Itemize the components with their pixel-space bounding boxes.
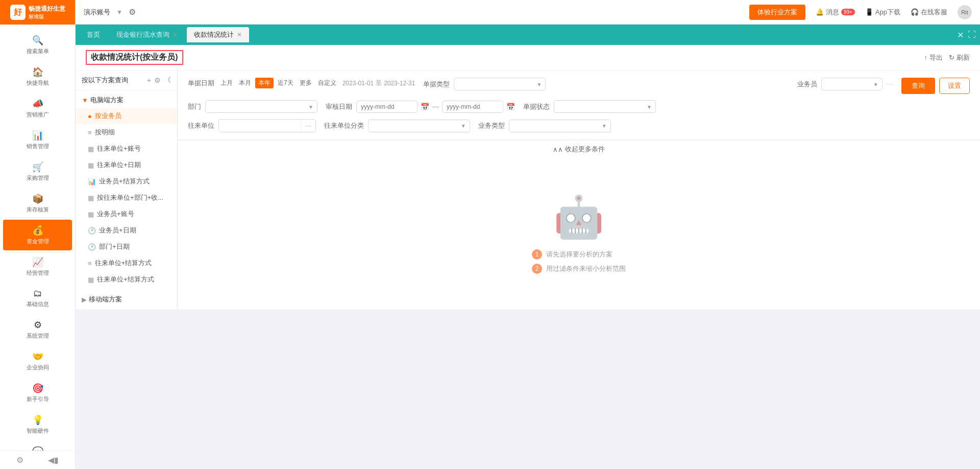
pc-scheme-group-title[interactable]: ▼ 电脑端方案	[76, 92, 177, 108]
scheme-item-staff-acct[interactable]: ▦ 业务员+账号	[76, 206, 177, 222]
refresh-btn[interactable]: ↻ 刷新	[949, 53, 970, 62]
tab-bank-statement-label: 现金银行流水查询	[116, 30, 169, 39]
page-content: 收款情况统计(按业务员) ↑ 导出 ↻ 刷新 按以下方	[76, 45, 980, 469]
this-month-btn[interactable]: 本月	[237, 78, 253, 88]
partner-cat-select-wrapper	[368, 120, 470, 132]
export-icon: ↑	[924, 54, 928, 61]
mobile-scheme-group-title[interactable]: ▶ 移动端方案	[76, 292, 177, 307]
sidebar-item-weixin[interactable]: 💬 企业微信	[3, 441, 72, 451]
collapse-panel-btn[interactable]: 《	[164, 76, 171, 85]
audit-date-separator: —	[432, 103, 439, 110]
sidebar-item-marketing[interactable]: 📣 营销推广	[3, 93, 72, 124]
add-scheme-btn[interactable]: +	[147, 76, 151, 84]
scheme-item-detail[interactable]: ≡ 按明细	[76, 124, 177, 140]
tab-bank-statement[interactable]: 现金银行流水查询 ✕	[109, 27, 185, 42]
query-button[interactable]: 查询	[901, 78, 935, 94]
doc-type-select[interactable]	[454, 78, 546, 90]
scheme-item-partner-dept[interactable]: ▦ 按往来单位+部门+收...	[76, 190, 177, 206]
filter-settings-button[interactable]: 设置	[939, 78, 970, 94]
tip-num-2: 2	[532, 264, 542, 274]
scheme-item-partner-date[interactable]: ▦ 往来单位+日期	[76, 157, 177, 173]
finance-icon: 💰	[32, 225, 43, 236]
sidebar-item-search[interactable]: 🔍 搜索菜单	[3, 30, 72, 60]
scheme-item-partner-acct[interactable]: ▦ 往来单位+账号	[76, 140, 177, 157]
search-icon: 🔍	[32, 35, 43, 46]
scheme-panel-header: 按以下方案查询 + ⚙ 《	[76, 71, 177, 90]
this-year-btn[interactable]: 本年	[255, 78, 274, 88]
staff-more-btn[interactable]: ···	[887, 80, 893, 89]
right-panel: 单据日期 上月 本月 本年 近7天 更多 自定义	[178, 71, 980, 309]
scheme-settings-btn[interactable]: ⚙	[154, 76, 161, 84]
sidebar-item-operations[interactable]: 📈 经营管理	[3, 251, 72, 282]
scheme-item-partner-settle1[interactable]: ≡ 往来单位+结算方式	[76, 255, 177, 271]
last-7-days-btn[interactable]: 近7天	[276, 78, 296, 88]
scheme-item-partner-settle2[interactable]: ▦ 往来单位+结算方式	[76, 271, 177, 288]
tab-home[interactable]: 首页	[80, 27, 107, 42]
user-avatar-text: Rit	[961, 9, 968, 15]
audit-date-to-input[interactable]	[442, 101, 503, 113]
gear-icon: ⚙	[34, 319, 42, 331]
sidebar-item-system[interactable]: ⚙ 系统管理	[3, 314, 72, 345]
partner-cat-select[interactable]	[368, 120, 470, 132]
empty-tip-2: 2 用过滤条件来缩小分析范围	[532, 264, 626, 274]
custom-date-btn[interactable]: 自定义	[316, 78, 338, 88]
tab-bank-statement-close[interactable]: ✕	[173, 31, 178, 38]
notification-btn[interactable]: 🔔 消息 99+	[816, 8, 855, 17]
close-all-tabs-btn[interactable]: ✕	[957, 30, 964, 40]
audit-date-filter: 审核日期 📅 — 📅	[326, 101, 515, 113]
user-dropdown-arrow[interactable]: ▼	[116, 9, 122, 16]
export-label: 导出	[929, 53, 943, 62]
box-icon: 📦	[32, 193, 43, 204]
table-icon4: ▦	[88, 210, 94, 218]
audit-date-from-input[interactable]	[356, 101, 418, 113]
tab-collection-stats-close[interactable]: ✕	[237, 31, 242, 38]
date-range-display: 2023-01-01 至 2023-12-31	[342, 79, 415, 87]
filter-row-3: 往来单位 ··· 往来单位分类	[188, 119, 970, 132]
maximize-btn[interactable]: ⛶	[968, 30, 976, 39]
user-avatar[interactable]: Rit	[958, 5, 972, 19]
trial-button[interactable]: 体验行业方案	[749, 5, 805, 20]
scheme-item-dept-date[interactable]: 🕐 部门+日期	[76, 239, 177, 255]
partner-input[interactable]	[219, 120, 301, 132]
topbar-gear-icon[interactable]: ⚙	[129, 7, 136, 17]
collapse-bar[interactable]: ∧∧ 收起更多条件	[178, 140, 980, 158]
scheme-item-staff-settle[interactable]: 📊 业务员+结算方式	[76, 173, 177, 190]
partner-more-btn[interactable]: ···	[301, 120, 315, 132]
settings-footer-btn[interactable]: ⚙	[16, 455, 23, 465]
sidebar-item-basic-info[interactable]: 🗂 基础信息	[3, 283, 72, 313]
calendar-to-icon[interactable]: 📅	[506, 103, 515, 111]
home-icon: 🏠	[32, 66, 43, 78]
sidebar-item-inventory[interactable]: 📦 库存核算	[3, 188, 72, 219]
clock-icon2: 🕐	[88, 243, 96, 251]
sidebar-item-purchase[interactable]: 🛒 采购管理	[3, 156, 72, 187]
tip-num-1: 1	[532, 249, 542, 260]
sidebar-item-hardware[interactable]: 💡 智能硬件	[3, 409, 72, 440]
export-btn[interactable]: ↑ 导出	[924, 53, 943, 62]
online-service-btn[interactable]: 🎧 在线客服	[911, 8, 947, 17]
notification-badge: 99+	[841, 9, 855, 15]
staff-select-wrapper	[821, 78, 883, 90]
biz-type-select[interactable]	[509, 120, 611, 132]
dept-select[interactable]	[205, 100, 317, 113]
partner-cat-label: 往来单位分类	[324, 121, 364, 130]
audit-date-inputs: 📅 — 📅	[356, 101, 515, 113]
calendar-from-icon[interactable]: 📅	[421, 103, 429, 111]
more-date-btn[interactable]: 更多	[298, 78, 314, 88]
tab-collection-stats[interactable]: 收款情况统计 ✕	[187, 27, 249, 42]
sidebar-item-finance[interactable]: 💰 资金管理	[3, 220, 72, 250]
sidebar-item-quicknav[interactable]: 🏠 快捷导航	[3, 61, 72, 92]
sidebar-item-sales[interactable]: 📊 销售管理	[3, 125, 72, 155]
scheme-item-by-staff[interactable]: ● 按业务员	[76, 108, 177, 124]
sidebar-item-newbie[interactable]: 🎯 新手引导	[3, 378, 72, 408]
sidebar-item-collab[interactable]: 🤝 企业协同	[3, 346, 72, 377]
staff-select[interactable]	[821, 78, 883, 90]
chart-icon: 📈	[32, 256, 43, 268]
list-icon: ≡	[88, 129, 92, 136]
doc-status-select[interactable]	[554, 100, 656, 113]
scheme-item-detail-label: 按明细	[95, 128, 115, 137]
scheme-item-staff-date[interactable]: 🕐 业务员+日期	[76, 222, 177, 239]
app-download-btn[interactable]: 📱 App下载	[865, 8, 900, 17]
scheme-panel: 按以下方案查询 + ⚙ 《 ▼ 电脑端方案	[76, 71, 178, 309]
collapse-sidebar-btn[interactable]: ◀▮	[48, 455, 59, 465]
last-month-btn[interactable]: 上月	[218, 78, 235, 88]
